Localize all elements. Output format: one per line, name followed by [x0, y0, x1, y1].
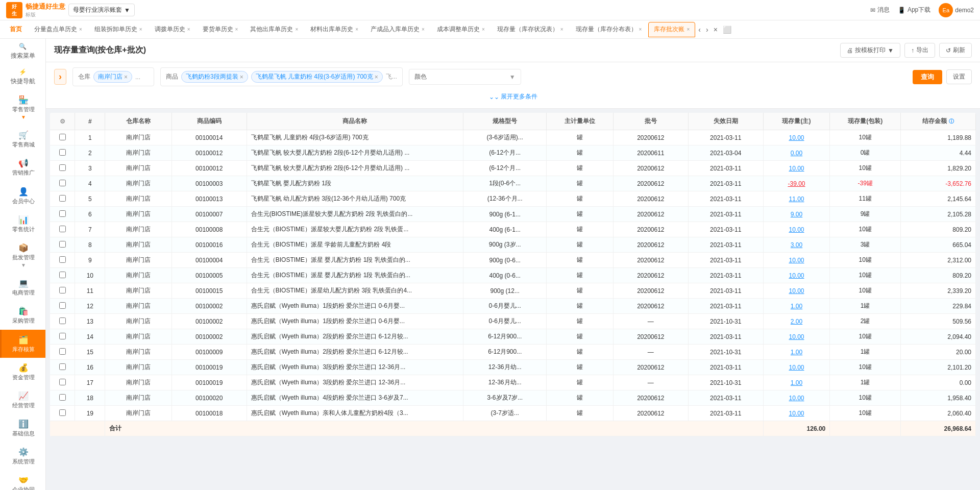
tab-stock-status[interactable]: 现存量（库存状况表） × [492, 22, 569, 37]
close-icon[interactable]: × [295, 27, 298, 32]
close-icon[interactable]: × [355, 27, 358, 32]
row-stock-main[interactable]: 1.00 [763, 375, 830, 390]
close-icon[interactable]: × [235, 27, 238, 32]
row-stock-main[interactable]: 10.00 [763, 222, 830, 237]
row-checkbox[interactable] [59, 302, 66, 309]
row-checkbox[interactable] [59, 210, 66, 217]
row-stock-main[interactable]: 10.00 [763, 161, 830, 176]
user-area[interactable]: Ea demo2 [939, 3, 974, 17]
row-stock-main[interactable]: 1.00 [763, 345, 830, 360]
row-stock-main[interactable]: 10.00 [763, 329, 830, 345]
tab-next-btn[interactable]: › [704, 26, 710, 34]
row-checkbox[interactable] [59, 195, 66, 202]
tab-close-btn[interactable]: × [712, 26, 720, 34]
row-checkbox[interactable] [59, 394, 66, 401]
row-checkbox[interactable] [59, 409, 66, 416]
close-icon[interactable]: × [139, 27, 142, 32]
row-checkbox[interactable] [59, 379, 66, 385]
product-tag-2-close[interactable]: × [375, 74, 378, 81]
sidebar-item-search[interactable]: 🔍 搜索菜单 [0, 39, 45, 64]
tab-prev-btn[interactable]: ‹ [696, 26, 703, 34]
product-tag-1[interactable]: 飞鹤奶粉3段两提装 × [181, 71, 248, 83]
color-dropdown-icon[interactable]: ▼ [509, 74, 516, 81]
row-stock-main[interactable]: 11.00 [763, 191, 830, 207]
sidebar-item-purchase[interactable]: 🛍️ 采购管理 [0, 301, 45, 329]
tab-cost-adjust[interactable]: 成本调整单历史 × [431, 22, 491, 37]
row-checkbox[interactable] [59, 272, 66, 278]
sidebar-item-inventory[interactable]: 🗂️ 库存核算 [0, 330, 45, 358]
product-tag-2[interactable]: 飞鹤星飞帆 儿童奶粉 4段(3-6岁适用) 700克 × [251, 71, 383, 83]
row-checkbox[interactable] [59, 134, 66, 140]
close-icon[interactable]: × [687, 27, 690, 32]
warehouse-filter[interactable]: 仓库 南岸门店 × ... [72, 67, 154, 86]
tab-other-out[interactable]: 其他出库单历史 × [244, 22, 304, 37]
close-icon[interactable]: × [639, 27, 642, 32]
row-checkbox[interactable] [59, 149, 66, 156]
row-stock-main[interactable]: 10.00 [763, 130, 830, 145]
app-download-btn[interactable]: 📱 App下载 [898, 6, 930, 14]
sidebar-item-wholesale[interactable]: 📦 批发管理 ▼ [0, 238, 45, 273]
tab-allocation[interactable]: 调拨单历史 × [149, 22, 196, 37]
tab-split-inventory[interactable]: 分量盘点单历史 × [29, 22, 88, 37]
row-stock-main[interactable]: 10.00 [763, 406, 830, 421]
row-stock-main[interactable]: 3.00 [763, 237, 830, 253]
product-filter[interactable]: 商品 飞鹤奶粉3段两提装 × 飞鹤星飞帆 儿童奶粉 4段(3-6岁适用) 700… [160, 67, 403, 86]
row-stock-main[interactable]: 2.00 [763, 314, 830, 329]
setting-btn[interactable]: 设置 [946, 69, 972, 84]
sidebar-item-member[interactable]: 👤 会员中心 [0, 182, 45, 210]
sidebar-item-marketing[interactable]: 📢 营销推广 [0, 153, 45, 181]
sidebar-item-ops[interactable]: 📈 经营管理 [0, 386, 45, 414]
row-checkbox[interactable] [59, 333, 66, 339]
tab-requisition[interactable]: 要货单历史 × [197, 22, 244, 37]
row-checkbox[interactable] [59, 164, 66, 171]
close-icon[interactable]: × [482, 27, 485, 32]
sidebar-item-retail-stats[interactable]: 📊 零售统计 [0, 210, 45, 238]
settings-icon[interactable]: ⚙ [60, 118, 65, 125]
row-stock-main[interactable]: 10.00 [763, 390, 830, 406]
close-icon[interactable]: × [79, 27, 82, 32]
row-checkbox[interactable] [59, 287, 66, 293]
query-btn[interactable]: 查询 [913, 70, 942, 84]
tab-batch-voucher[interactable]: 库存批次账 × [648, 22, 695, 37]
warehouse-tag[interactable]: 南岸门店 × [93, 71, 132, 83]
close-icon[interactable]: × [422, 27, 425, 32]
balance-info-icon[interactable]: ⓘ [949, 118, 954, 124]
product-more[interactable]: 飞... [386, 72, 397, 81]
refresh-btn[interactable]: ↺ 刷新 [939, 43, 972, 58]
row-checkbox[interactable] [59, 226, 66, 232]
row-stock-main[interactable]: 10.00 [763, 253, 830, 268]
row-stock-main[interactable]: 10.00 [763, 360, 830, 375]
sidebar-item-ecommerce[interactable]: 💻 电商管理 [0, 273, 45, 301]
row-stock-main[interactable]: 10.00 [763, 268, 830, 283]
row-stock-main[interactable]: 1.00 [763, 299, 830, 314]
row-stock-main[interactable]: -39.00 [763, 176, 830, 191]
sidebar-item-system[interactable]: ⚙️ 系统管理 [0, 442, 45, 470]
row-checkbox[interactable] [59, 317, 66, 324]
color-input[interactable] [430, 74, 506, 81]
close-icon[interactable]: × [560, 27, 564, 32]
row-checkbox[interactable] [59, 241, 66, 248]
print-btn[interactable]: 🖨 按模板打印 ▼ [840, 43, 900, 58]
product-tag-1-close[interactable]: × [240, 74, 243, 81]
filter-toggle-btn[interactable]: › [54, 69, 66, 85]
tab-stock-dist[interactable]: 现存量（库存分布表） × [570, 22, 648, 37]
sidebar-item-retail-mgmt[interactable]: 🏪 零售管理 ▼ [0, 90, 45, 125]
sidebar-item-basic[interactable]: ℹ️ 基础信息 [0, 414, 45, 442]
row-checkbox[interactable] [59, 348, 66, 355]
sidebar-item-retail-shop[interactable]: 🛒 零售商城 [0, 125, 45, 153]
row-checkbox[interactable] [59, 256, 66, 263]
color-filter[interactable]: 颜色 ▼ [409, 69, 521, 85]
tab-maximize-btn[interactable]: ⬜ [721, 26, 733, 34]
tab-finished-in[interactable]: 产成品入库单历史 × [365, 22, 430, 37]
row-checkbox[interactable] [59, 363, 66, 370]
sidebar-item-enterprise[interactable]: 🤝 企业协同 [0, 470, 45, 490]
row-stock-main[interactable]: 0.00 [763, 145, 830, 161]
sidebar-item-finance[interactable]: 💰 资金管理 [0, 358, 45, 386]
tab-home[interactable]: 首页 [4, 22, 28, 37]
message-btn[interactable]: ✉ 消息 [870, 6, 890, 14]
tab-material-out[interactable]: 材料出库单历史 × [305, 22, 364, 37]
export-btn[interactable]: ↑ 导出 [904, 43, 935, 58]
row-stock-main[interactable]: 9.00 [763, 207, 830, 222]
close-icon[interactable]: × [187, 27, 190, 32]
warehouse-more[interactable]: ... [135, 74, 140, 81]
